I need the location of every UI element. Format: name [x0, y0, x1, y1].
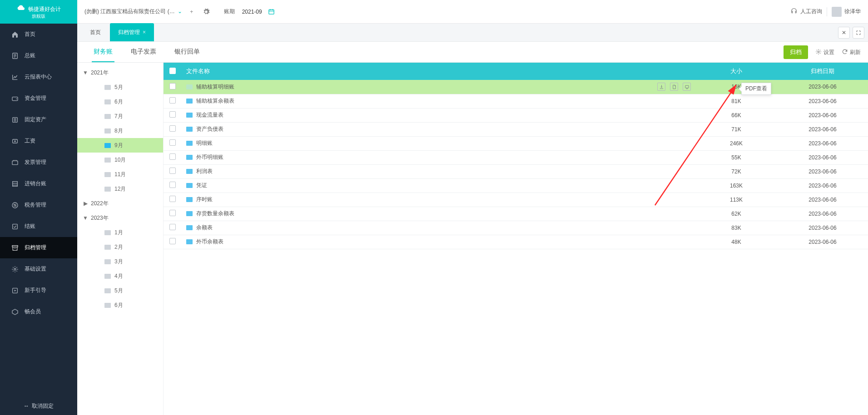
company-selector[interactable]: (勿删) 江西服宝精品有限责任公司 (… ⌄	[84, 8, 182, 15]
refresh-button[interactable]: 刷新	[842, 49, 861, 56]
archive-date: 2023-06-06	[777, 221, 868, 235]
sidebar-item-wallet[interactable]: 资金管理	[0, 88, 77, 109]
tree-month[interactable]: 11月	[77, 167, 163, 182]
company-settings-button[interactable]	[201, 7, 211, 17]
table-row[interactable]: 现金流量表66K2023-06-06	[164, 108, 868, 122]
period-value[interactable]: 2021-09	[242, 9, 262, 15]
folder-icon	[104, 128, 111, 133]
row-checkbox[interactable]	[169, 153, 176, 160]
sidebar-item-archive[interactable]: 归档管理	[0, 237, 77, 258]
svg-point-13	[818, 51, 819, 53]
file-name: 序时账	[196, 196, 213, 203]
tree-month[interactable]: 6月	[77, 298, 163, 312]
table-row[interactable]: 辅助核算余额表81K2023-06-06	[164, 94, 868, 108]
row-checkbox[interactable]	[169, 97, 176, 104]
file-size: 81K	[695, 94, 777, 108]
subtab[interactable]: 电子发票	[122, 41, 165, 62]
download-excel-icon[interactable]	[657, 83, 665, 91]
tree-month[interactable]: 4月	[77, 269, 163, 283]
caret-down-icon: ▼	[83, 215, 88, 221]
table-row[interactable]: 外币明细账55K2023-06-06	[164, 150, 868, 164]
table-row[interactable]: 明细账246K2023-06-06	[164, 136, 868, 150]
tree-month[interactable]: 9月	[77, 138, 163, 153]
col-date[interactable]: 归档日期	[777, 63, 868, 80]
sidebar-item-home[interactable]: 首页	[0, 24, 77, 45]
settings-button[interactable]: 设置	[815, 49, 834, 56]
sidebar-item-close-period[interactable]: 结账	[0, 216, 77, 237]
row-checkbox[interactable]	[169, 168, 176, 174]
tree-month[interactable]: 7月	[77, 109, 163, 124]
sidebar-item-payroll[interactable]: 工资	[0, 130, 77, 152]
page-tab[interactable]: 归档管理×	[110, 23, 154, 41]
table-row[interactable]: 辅助核算明细账16K2023-06-06	[164, 80, 868, 94]
row-checkbox[interactable]	[169, 224, 176, 230]
tree-month[interactable]: 8月	[77, 124, 163, 138]
sidebar-item-guide[interactable]: 新手引导	[0, 280, 77, 301]
svg-point-2	[16, 98, 17, 99]
tree-month[interactable]: 3月	[77, 254, 163, 269]
pdf-view-icon[interactable]	[683, 83, 691, 91]
subtab[interactable]: 银行回单	[165, 41, 209, 62]
download-pdf-icon[interactable]	[670, 83, 678, 91]
col-filename[interactable]: 文件名称	[182, 63, 695, 80]
sidebar-item-ledger[interactable]: 总账	[0, 45, 77, 66]
add-company-button[interactable]: +	[187, 7, 197, 17]
file-name: 存货数量余额表	[196, 210, 234, 217]
sidebar-item-settings[interactable]: 基础设置	[0, 258, 77, 280]
chevron-down-icon: ⌄	[178, 8, 182, 15]
archive-date: 2023-06-06	[777, 207, 868, 221]
tree-month[interactable]: 2月	[77, 240, 163, 254]
table-row[interactable]: 利润表72K2023-06-06	[164, 164, 868, 178]
invoice-icon	[11, 158, 19, 167]
table-row[interactable]: 外币余额表48K2023-06-06	[164, 235, 868, 249]
subtab[interactable]: 财务账	[84, 41, 122, 62]
col-size[interactable]: 大小	[695, 63, 777, 80]
tree-month[interactable]: 5月	[77, 80, 163, 94]
tree-year[interactable]: ▼2021年	[77, 65, 163, 80]
tree-month[interactable]: 10月	[77, 153, 163, 167]
asset-icon	[11, 116, 19, 124]
table-row[interactable]: 资产负债表71K2023-06-06	[164, 122, 868, 136]
sidebar-item-chart[interactable]: 云报表中心	[0, 66, 77, 88]
page-tab[interactable]: 首页	[82, 23, 109, 41]
table-row[interactable]: 余额表83K2023-06-06	[164, 221, 868, 235]
folder-icon	[104, 158, 111, 163]
archive-date: 2023-06-06	[777, 235, 868, 249]
row-checkbox[interactable]	[169, 83, 176, 89]
sidebar-item-asset[interactable]: 固定资产	[0, 109, 77, 130]
home-icon	[11, 30, 19, 39]
sidebar-collapse-toggle[interactable]: ↔ 取消固定	[0, 397, 77, 415]
tree-month[interactable]: 5月	[77, 283, 163, 298]
sidebar-item-vip[interactable]: 畅会员	[0, 301, 77, 322]
row-checkbox[interactable]	[169, 182, 176, 188]
close-icon[interactable]: ×	[143, 29, 146, 35]
table-row[interactable]: 凭证163K2023-06-06	[164, 178, 868, 193]
archive-button[interactable]: 归档	[784, 45, 808, 59]
pin-icon: ↔	[24, 403, 29, 409]
user-menu[interactable]: 徐泽华	[832, 7, 861, 17]
row-checkbox[interactable]	[169, 196, 176, 202]
support-link[interactable]: 人工咨询	[790, 7, 822, 16]
vip-icon	[11, 308, 19, 316]
sidebar-item-tax[interactable]: 税务管理	[0, 194, 77, 216]
row-checkbox[interactable]	[169, 139, 176, 146]
row-checkbox[interactable]	[169, 210, 176, 216]
tree-year[interactable]: ▼2023年	[77, 211, 163, 225]
table-row[interactable]: 序时账113K2023-06-06	[164, 193, 868, 207]
close-all-tabs-button[interactable]: ✕	[838, 27, 850, 39]
row-checkbox[interactable]	[169, 238, 176, 244]
row-checkbox[interactable]	[169, 111, 176, 118]
sidebar-item-inventory[interactable]: 进销台账	[0, 173, 77, 194]
select-all-checkbox[interactable]	[169, 68, 176, 74]
row-checkbox[interactable]	[169, 125, 176, 132]
tree-month[interactable]: 1月	[77, 225, 163, 240]
tree-month[interactable]: 12月	[77, 182, 163, 196]
folder-icon	[186, 99, 193, 104]
sidebar-item-invoice[interactable]: 发票管理	[0, 152, 77, 173]
table-row[interactable]: 存货数量余额表62K2023-06-06	[164, 207, 868, 221]
tree-month[interactable]: 6月	[77, 94, 163, 109]
tree-year[interactable]: ▶2022年	[77, 196, 163, 211]
calendar-icon[interactable]	[267, 7, 277, 17]
archive-date: 2023-06-06	[777, 80, 868, 94]
fullscreen-button[interactable]	[853, 27, 864, 39]
